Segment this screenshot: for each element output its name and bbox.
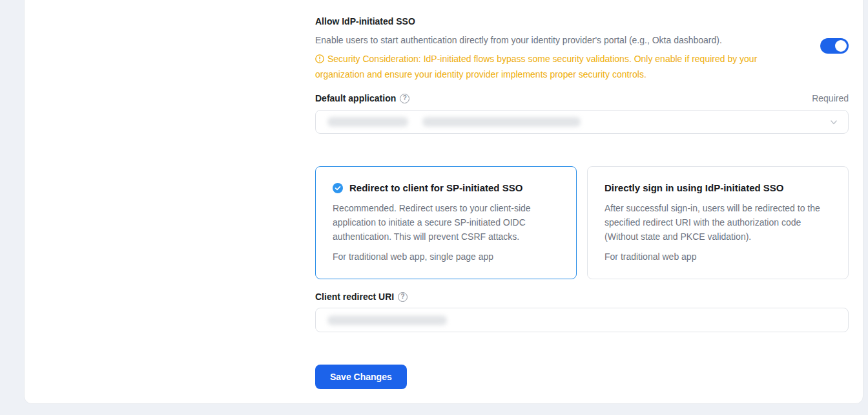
default-application-label-text: Default application xyxy=(315,93,396,103)
settings-panel: Allow IdP-initiated SSO Enable users to … xyxy=(24,0,863,404)
default-application-label-row: Default application ? Required xyxy=(315,93,849,103)
option-title: Directly sign in using IdP-initiated SSO xyxy=(604,182,784,193)
client-redirect-uri-input[interactable] xyxy=(315,308,849,332)
redacted-app-detail xyxy=(422,117,581,127)
sso-flow-options: Redirect to client for SP-initiated SSO … xyxy=(315,166,849,279)
option-card-idp-initiated[interactable]: Directly sign in using IdP-initiated SSO… xyxy=(587,166,849,279)
help-icon[interactable]: ? xyxy=(400,94,409,103)
client-redirect-uri-label-row: Client redirect URI ? xyxy=(315,291,408,303)
option-description: After successful sign-in, users will be … xyxy=(604,201,831,244)
option-title: Redirect to client for SP-initiated SSO xyxy=(349,182,522,193)
option-card-sp-initiated[interactable]: Redirect to client for SP-initiated SSO … xyxy=(315,166,577,279)
option-note: For traditional web app, single page app xyxy=(333,250,559,264)
client-redirect-uri-label-text: Client redirect URI xyxy=(315,292,394,302)
option-note: For traditional web app xyxy=(604,250,831,264)
redacted-uri-value xyxy=(327,315,447,325)
toggle-knob xyxy=(835,40,847,52)
default-application-label: Default application ? xyxy=(315,93,409,103)
redacted-app-name xyxy=(327,117,408,127)
chevron-down-icon xyxy=(829,117,839,127)
idp-sso-toggle[interactable] xyxy=(820,38,849,54)
option-title-row: Redirect to client for SP-initiated SSO xyxy=(333,182,559,193)
required-badge: Required xyxy=(812,93,849,103)
idp-sso-description: Enable users to start authentication dir… xyxy=(315,34,793,47)
client-redirect-uri-label: Client redirect URI ? xyxy=(315,292,408,302)
option-description: Recommended. Redirect users to your clie… xyxy=(333,201,559,244)
sso-connector-form: Allow IdP-initiated SSO Enable users to … xyxy=(315,1,849,405)
warning-icon xyxy=(315,53,324,67)
help-icon[interactable]: ? xyxy=(398,292,408,302)
check-circle-icon xyxy=(333,183,343,193)
idp-initiated-sso-section: Allow IdP-initiated SSO Enable users to … xyxy=(315,16,793,81)
default-application-select[interactable] xyxy=(315,110,849,134)
option-title-row: Directly sign in using IdP-initiated SSO xyxy=(604,182,831,193)
security-warning-text: Security Consideration: IdP-initiated fl… xyxy=(315,52,793,81)
idp-sso-title: Allow IdP-initiated SSO xyxy=(315,16,793,27)
security-warning-label: Security Consideration: IdP-initiated fl… xyxy=(315,54,757,80)
save-changes-button[interactable]: Save Changes xyxy=(315,365,407,389)
